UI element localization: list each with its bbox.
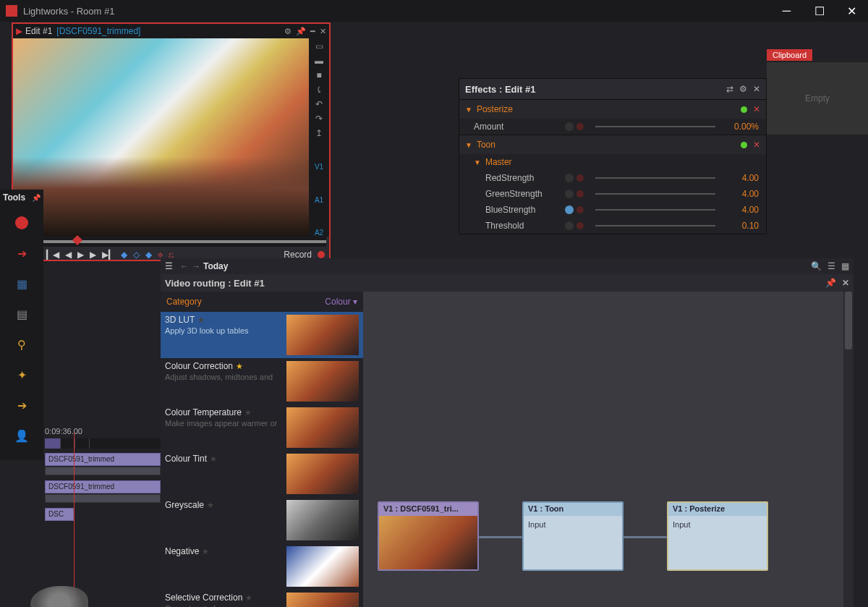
playhead[interactable]	[74, 433, 75, 600]
fx-item-3dlut[interactable]: 3D LUT★ Apply 3D look up tables	[161, 312, 363, 358]
preview-viewer[interactable]	[13, 38, 309, 237]
go-end-button[interactable]: ▶▎	[102, 250, 115, 260]
minimize-icon[interactable]: ━	[310, 27, 315, 36]
close-icon[interactable]: ✕	[753, 84, 760, 94]
gear-icon[interactable]: ⚙	[739, 84, 747, 94]
star-icon[interactable]: ★	[210, 454, 217, 464]
grid-icon[interactable]: ▦	[841, 261, 849, 271]
search-icon[interactable]: 🔍	[811, 261, 822, 271]
up-icon[interactable]: ↥	[315, 128, 323, 138]
mark-in-button[interactable]: ◆	[121, 250, 127, 260]
node-toon[interactable]: V1 : Toon Input	[522, 501, 624, 571]
folder-icon[interactable]: ▭	[315, 41, 323, 51]
star-icon[interactable]: ★	[207, 501, 214, 510]
toon-header[interactable]: ▼ Toon ✕	[459, 135, 766, 154]
amount-slider[interactable]	[595, 126, 715, 127]
box-icon[interactable]: ■	[316, 70, 321, 80]
threshold-slider[interactable]	[595, 225, 715, 226]
redo-icon[interactable]: ↷	[315, 114, 323, 124]
track-v1-label[interactable]: V1	[315, 163, 323, 171]
today-label[interactable]: Today	[203, 261, 228, 271]
minimize-button[interactable]: ─	[770, 0, 803, 22]
record-button[interactable]	[318, 251, 325, 258]
track-a2-label[interactable]: A2	[315, 229, 323, 237]
maximize-button[interactable]: ☐	[803, 0, 835, 22]
track-a1-label[interactable]: A1	[315, 196, 323, 204]
pin-icon[interactable]: 📌	[296, 27, 306, 36]
scrollbar[interactable]	[843, 292, 854, 607]
timeline-clip[interactable]: DSCF0591_trimmed	[45, 453, 161, 466]
tool-search[interactable]: ⚲	[10, 334, 33, 355]
tool-edit[interactable]: ▦	[10, 273, 33, 294]
blue-slider[interactable]	[595, 209, 715, 211]
tool-bins[interactable]: ▤	[10, 304, 33, 324]
shark-icon[interactable]	[30, 586, 88, 607]
master-subheader[interactable]: ▼ Master	[459, 154, 766, 170]
posterize-header[interactable]: ▼ Posterize ✕	[459, 100, 766, 119]
mark-clear-button[interactable]: ◇	[133, 250, 140, 260]
star-icon[interactable]: ★	[202, 547, 209, 556]
delete-icon[interactable]: ✕	[753, 104, 760, 114]
strip-icon[interactable]: ▬	[315, 56, 323, 66]
undo-icon[interactable]: ↶	[315, 99, 323, 109]
pin-icon[interactable]: 📌	[825, 278, 836, 288]
play-button[interactable]: ▶	[77, 250, 84, 260]
menu-icon[interactable]: ☰	[165, 261, 173, 271]
tool-record[interactable]	[10, 213, 33, 233]
tool-effects[interactable]: ✦	[10, 365, 33, 385]
go-start-button[interactable]: ▎◀	[46, 250, 59, 260]
gear-icon[interactable]: ⚙	[284, 27, 292, 36]
delete-icon[interactable]: ✕	[753, 140, 760, 150]
tool-users[interactable]: 👤	[10, 425, 33, 446]
fx-item-greyscale[interactable]: Greyscale★	[161, 497, 363, 543]
node-source[interactable]: V1 : DSCF0591_tri...	[378, 501, 479, 571]
fx-item-selective-correction[interactable]: Selective Correction★ Correct up to four	[161, 590, 363, 607]
list-icon[interactable]: ☰	[827, 261, 835, 271]
back-icon[interactable]: ←	[180, 261, 189, 271]
tool-import[interactable]: ➜	[10, 243, 33, 263]
pin-icon[interactable]: 📌	[32, 194, 41, 202]
fx-item-colour-tint[interactable]: Colour Tint★	[161, 451, 363, 497]
tool-export[interactable]: ➔	[10, 395, 33, 415]
step-fwd-button[interactable]: ▶	[90, 250, 96, 260]
node-canvas[interactable]: V1 : DSCF0591_tri... V1 : Toon Input V1 …	[363, 292, 854, 607]
enable-led[interactable]	[741, 142, 747, 148]
keyframe-icon[interactable]	[565, 221, 574, 230]
red-slider[interactable]	[595, 177, 715, 179]
timeline-clip[interactable]: DSC	[45, 508, 74, 521]
playhead-marker[interactable]	[72, 235, 82, 245]
fx-settings-icon[interactable]: ⇄	[726, 84, 733, 94]
anim-icon[interactable]	[576, 222, 584, 229]
star-icon[interactable]: ★	[245, 593, 252, 603]
keyframe-icon[interactable]	[565, 122, 574, 131]
mark-out-button[interactable]: ◆	[145, 250, 152, 260]
keyframe-icon[interactable]	[565, 190, 574, 198]
green-slider[interactable]	[595, 193, 715, 195]
scrubber[interactable]	[16, 237, 326, 247]
timeline-track[interactable]: DSCF0591_trimmed	[45, 453, 161, 476]
enable-led[interactable]	[741, 106, 747, 113]
anim-icon[interactable]	[576, 206, 584, 213]
step-back-button[interactable]: ◀	[65, 250, 72, 260]
close-button[interactable]: ✕	[835, 0, 868, 22]
anim-icon[interactable]	[576, 174, 584, 182]
timeline-clip[interactable]: DSCF0591_trimmed	[45, 480, 161, 493]
timeline-track[interactable]: DSC	[45, 508, 161, 531]
close-icon[interactable]: ✕	[320, 27, 326, 36]
anim-icon[interactable]	[576, 190, 584, 198]
star-icon[interactable]: ★	[244, 408, 252, 417]
mark-in-icon[interactable]: ⤹	[315, 85, 323, 95]
fx-item-negative[interactable]: Negative★	[161, 543, 363, 590]
timeline-ruler[interactable]	[45, 438, 161, 449]
star-icon[interactable]: ★	[236, 362, 243, 371]
star-icon[interactable]: ★	[197, 315, 205, 325]
keyframe-icon[interactable]	[565, 174, 574, 182]
clipboard-tab[interactable]: Clipboard	[767, 49, 812, 61]
fx-item-colour-temperature[interactable]: Colour Temperature★ Make images appear w…	[161, 404, 363, 451]
keyframe-icon[interactable]	[565, 205, 574, 214]
anim-icon[interactable]	[576, 123, 584, 130]
forward-icon[interactable]: →	[192, 261, 200, 271]
close-icon[interactable]: ✕	[842, 278, 849, 288]
fx-item-colour-correction[interactable]: Colour Correction★ Adjust shadows, midto…	[161, 358, 363, 404]
category-dropdown[interactable]: Colour ▾	[325, 297, 357, 307]
